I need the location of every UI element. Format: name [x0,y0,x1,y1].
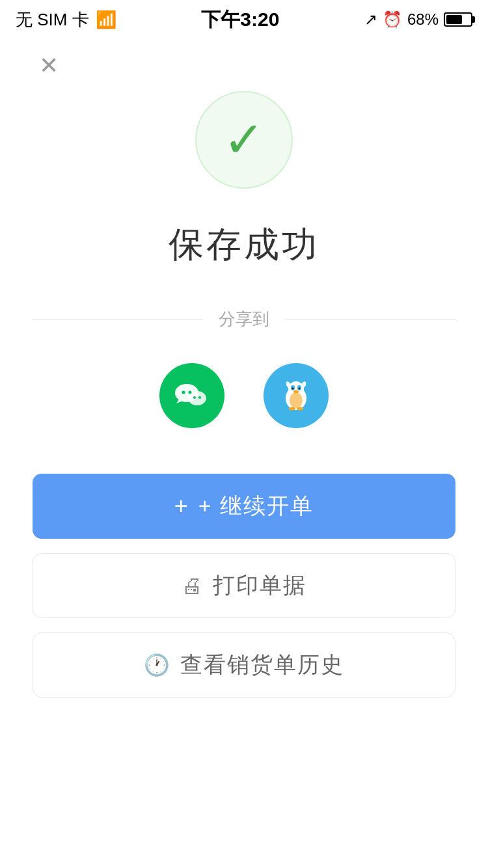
battery-icon [444,12,472,27]
history-icon: 🕐 [144,653,170,677]
share-text: 分享到 [203,308,285,331]
location-icon: ↗ [364,10,377,29]
print-button-label: 打印单据 [213,571,306,601]
history-button[interactable]: 🕐 查看销货单历史 [33,632,455,698]
alarm-icon: ⏰ [383,10,402,29]
svg-point-16 [297,407,303,411]
svg-point-15 [289,407,295,411]
close-icon: ✕ [39,54,59,77]
close-button[interactable]: ✕ [33,49,65,82]
divider-line-right [285,319,455,319]
main-content: ✓ 保存成功 分享到 [0,39,488,698]
continue-button[interactable]: + + 继续开单 [33,474,455,539]
continue-button-label: + 继续开单 [198,491,314,521]
svg-point-5 [198,396,201,399]
svg-point-14 [290,392,303,408]
action-buttons: + + 继续开单 🖨 打印单据 🕐 查看销货单历史 [0,474,488,698]
status-right: ↗ ⏰ 68% [364,10,472,29]
svg-point-12 [299,388,301,390]
status-left: 无 SIM 卡 📶 [16,8,116,31]
qq-share-button[interactable] [264,363,329,428]
print-button[interactable]: 🖨 打印单据 [33,553,455,618]
print-icon: 🖨 [182,574,202,598]
history-button-label: 查看销货单历史 [180,650,344,680]
success-title: 保存成功 [169,221,319,269]
svg-point-4 [193,396,196,399]
time-display: 下午3:20 [201,7,279,33]
checkmark-icon: ✓ [223,115,265,165]
battery-text: 68% [407,10,439,29]
status-bar: 无 SIM 卡 📶 下午3:20 ↗ ⏰ 68% [0,0,488,39]
wifi-icon: 📶 [96,10,116,30]
wechat-share-button[interactable] [159,363,224,428]
svg-point-2 [182,391,185,394]
share-divider: 分享到 [0,308,488,331]
success-circle: ✓ [195,91,293,189]
carrier-text: 无 SIM 卡 [16,8,89,31]
battery-fill [446,15,462,24]
svg-point-3 [189,391,192,394]
svg-point-11 [292,388,294,390]
share-icons-row [159,363,329,428]
plus-icon: + [174,493,188,520]
qq-logo [278,377,314,414]
divider-line-left [33,319,203,319]
wechat-logo [172,376,211,415]
